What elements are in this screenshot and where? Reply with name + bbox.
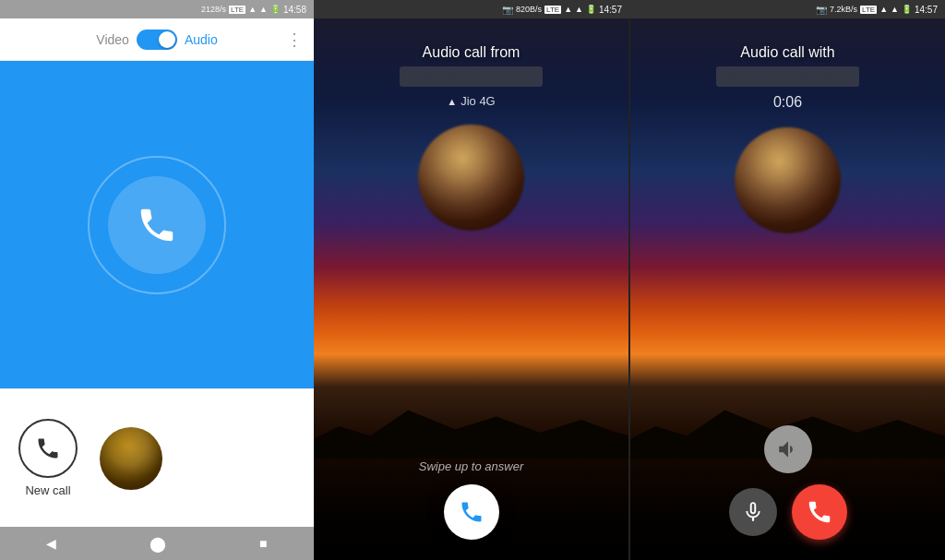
- answer-phone-icon: [459, 499, 484, 525]
- incoming-call-panel: Audio call from ▲ Jio 4G Swipe up to ans…: [314, 18, 628, 560]
- answer-call-button[interactable]: [444, 484, 499, 540]
- dial-inner-circle[interactable]: [108, 176, 206, 274]
- recents-button[interactable]: ■: [259, 536, 267, 551]
- incoming-caller-avatar: [418, 125, 524, 231]
- left-time: 14:58: [283, 5, 306, 15]
- phone-dial-icon: [136, 204, 178, 246]
- new-call-circle: [18, 419, 78, 478]
- speaker-button[interactable]: [764, 425, 812, 473]
- audio-label: Audio: [185, 32, 218, 47]
- mid-camera-icon: 📷: [502, 5, 513, 15]
- end-call-button[interactable]: [792, 484, 847, 540]
- right-signal: ▲: [879, 5, 888, 14]
- new-call-button[interactable]: New call: [18, 419, 78, 497]
- left-network-type: LTE: [229, 6, 245, 14]
- status-bar-mid: 📷 820B/s LTE ▲ ▲ 🔋 14:57: [314, 0, 629, 18]
- right-wifi: ▲: [891, 5, 899, 14]
- left-battery: 🔋: [270, 5, 281, 14]
- right-camera-icon: 📷: [816, 5, 827, 15]
- network-info: ▲ Jio 4G: [447, 94, 495, 108]
- signal-icon: ▲: [447, 96, 457, 107]
- incoming-call-title: Audio call from: [423, 44, 520, 61]
- left-network-speed: 2128/s: [201, 5, 226, 14]
- phone-header: Video Audio ⋮: [0, 18, 314, 61]
- active-call-info: Audio call with 0:06: [630, 18, 945, 233]
- dial-outer-ring: [88, 156, 226, 294]
- new-call-label: New call: [25, 483, 70, 497]
- recent-calls-area: New call: [0, 388, 314, 527]
- end-call-icon: [806, 498, 833, 526]
- mid-time: 14:57: [599, 5, 622, 15]
- dial-area[interactable]: [0, 61, 314, 388]
- video-label: Video: [96, 32, 129, 47]
- home-button[interactable]: ⬤: [150, 535, 166, 553]
- active-call-title: Audio call with: [740, 44, 834, 61]
- call-timer: 0:06: [773, 94, 802, 111]
- right-network-speed: 7.2kB/s: [830, 5, 857, 14]
- incoming-call-info: Audio call from ▲ Jio 4G: [314, 18, 628, 231]
- speaker-icon: [776, 437, 800, 461]
- network-label: Jio 4G: [461, 94, 496, 108]
- swipe-to-answer-text: Swipe up to answer: [314, 459, 628, 473]
- phone-app-panel: Video Audio ⋮: [0, 18, 314, 560]
- mute-icon: [741, 500, 765, 524]
- avatar-overlay: [100, 427, 162, 490]
- status-bar-right: 📷 7.2kB/s LTE ▲ ▲ 🔋 14:57: [629, 0, 945, 18]
- right-network-type: LTE: [860, 6, 877, 14]
- active-call-panel: Audio call with 0:06: [630, 18, 945, 560]
- more-options-icon[interactable]: ⋮: [286, 30, 303, 50]
- right-battery: 🔋: [902, 5, 912, 14]
- mid-wifi: ▲: [575, 5, 583, 14]
- recent-contact-avatar[interactable]: [100, 427, 162, 490]
- mid-battery: 🔋: [586, 5, 596, 14]
- right-time: 14:57: [915, 5, 938, 15]
- status-bar-left: 2128/s LTE ▲ ▲ 🔋 14:58: [0, 0, 314, 18]
- toggle-container: Video Audio: [96, 30, 217, 50]
- mid-network-type: LTE: [544, 6, 561, 14]
- audio-toggle[interactable]: [137, 30, 177, 50]
- call-controls: [630, 425, 945, 540]
- mid-network-speed: 820B/s: [516, 5, 542, 14]
- back-button[interactable]: ◀: [46, 536, 56, 551]
- left-wifi: ▲: [259, 5, 268, 14]
- new-call-phone-icon: [35, 435, 61, 461]
- left-signal: ▲: [248, 5, 257, 14]
- mid-signal: ▲: [564, 5, 572, 14]
- caller-name-blur-right: [716, 66, 859, 87]
- toggle-knob: [159, 31, 175, 48]
- bottom-controls-row: [729, 484, 847, 540]
- mute-button[interactable]: [729, 488, 777, 536]
- nav-bar: ◀ ⬤ ■: [0, 527, 314, 560]
- caller-name-blur-mid: [400, 66, 543, 87]
- active-caller-avatar: [735, 127, 841, 233]
